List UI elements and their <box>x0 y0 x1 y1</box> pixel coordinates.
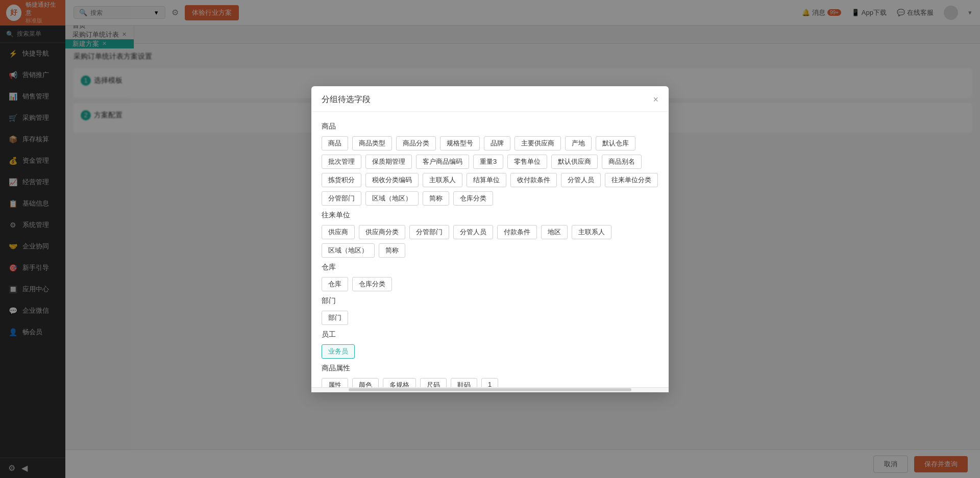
tag-product_attr-1[interactable]: 颜色 <box>352 378 379 387</box>
modal-body: 商品商品商品类型商品分类规格型号品牌主要供应商产地默认仓库批次管理保质期管理客户… <box>311 112 669 387</box>
tag-warehouse-0[interactable]: 仓库 <box>322 277 348 291</box>
tags-row-employee: 业务员 <box>322 344 658 359</box>
tag-product-21[interactable]: 往来单位分类 <box>605 173 658 187</box>
tag-product-22[interactable]: 分管部门 <box>322 191 361 206</box>
tag-product_attr-2[interactable]: 多规格 <box>383 378 416 387</box>
tag-department-0[interactable]: 部门 <box>322 311 348 325</box>
tag-partner-3[interactable]: 分管人员 <box>453 225 493 239</box>
tag-employee-0[interactable]: 业务员 <box>322 344 355 359</box>
tag-product-20[interactable]: 分管人员 <box>561 173 601 187</box>
tag-product-10[interactable]: 客户商品编码 <box>416 155 469 169</box>
tag-partner-1[interactable]: 供应商分类 <box>359 225 405 239</box>
tag-partner-0[interactable]: 供应商 <box>322 225 355 239</box>
section-label-department: 部门 <box>322 296 658 306</box>
tag-warehouse-1[interactable]: 仓库分类 <box>352 277 392 291</box>
section-product: 商品商品商品类型商品分类规格型号品牌主要供应商产地默认仓库批次管理保质期管理客户… <box>322 122 658 206</box>
tag-product-2[interactable]: 商品分类 <box>396 136 436 150</box>
modal-header: 分组待选字段 × <box>311 86 669 112</box>
section-label-partner: 往来单位 <box>322 211 658 220</box>
tag-product-4[interactable]: 品牌 <box>484 136 510 150</box>
section-product_attr: 商品属性属性颜色多规格尺码鞋码1 <box>322 364 658 387</box>
section-label-employee: 员工 <box>322 330 658 339</box>
section-label-product_attr: 商品属性 <box>322 364 658 373</box>
tag-product-1[interactable]: 商品类型 <box>352 136 392 150</box>
tags-row-product_attr: 属性颜色多规格尺码鞋码1 <box>322 378 658 387</box>
tag-partner-2[interactable]: 分管部门 <box>409 225 449 239</box>
tag-product-9[interactable]: 保质期管理 <box>365 155 412 169</box>
tag-product-3[interactable]: 规格型号 <box>440 136 480 150</box>
tags-row-partner: 供应商供应商分类分管部门分管人员付款条件地区主联系人区域（地区）简称 <box>322 225 658 258</box>
tag-product-13[interactable]: 默认供应商 <box>551 155 598 169</box>
tag-product_attr-4[interactable]: 鞋码 <box>451 378 477 387</box>
tag-product_attr-0[interactable]: 属性 <box>322 378 348 387</box>
tag-partner-7[interactable]: 区域（地区） <box>322 243 375 258</box>
tags-row-warehouse: 仓库仓库分类 <box>322 277 658 291</box>
tag-product-24[interactable]: 简称 <box>423 191 449 206</box>
tag-product-15[interactable]: 拣货积分 <box>322 173 361 187</box>
tag-product-7[interactable]: 默认仓库 <box>596 136 635 150</box>
modal-dialog: 分组待选字段 × 商品商品商品类型商品分类规格型号品牌主要供应商产地默认仓库批次… <box>311 86 669 392</box>
tag-product-5[interactable]: 主要供应商 <box>514 136 561 150</box>
tag-product_attr-3[interactable]: 尺码 <box>420 378 447 387</box>
tag-product-6[interactable]: 产地 <box>565 136 592 150</box>
modal-title: 分组待选字段 <box>322 94 371 105</box>
tag-product-0[interactable]: 商品 <box>322 136 348 150</box>
section-label-warehouse: 仓库 <box>322 263 658 272</box>
tag-product_attr-5[interactable]: 1 <box>481 378 498 387</box>
modal-horizontal-scrollbar[interactable] <box>311 387 669 392</box>
tag-product-17[interactable]: 主联系人 <box>423 173 462 187</box>
tag-product-18[interactable]: 结算单位 <box>467 173 506 187</box>
tag-product-12[interactable]: 零售单位 <box>507 155 547 169</box>
modal-hscroll-bar <box>349 388 631 391</box>
tag-product-8[interactable]: 批次管理 <box>322 155 361 169</box>
tags-row-product: 商品商品类型商品分类规格型号品牌主要供应商产地默认仓库批次管理保质期管理客户商品… <box>322 136 658 206</box>
section-employee: 员工业务员 <box>322 330 658 359</box>
tag-product-25[interactable]: 仓库分类 <box>453 191 493 206</box>
section-warehouse: 仓库仓库仓库分类 <box>322 263 658 291</box>
tag-product-14[interactable]: 商品别名 <box>602 155 642 169</box>
tag-partner-4[interactable]: 付款条件 <box>497 225 537 239</box>
section-department: 部门部门 <box>322 296 658 325</box>
tag-product-11[interactable]: 重量3 <box>473 155 503 169</box>
tag-partner-6[interactable]: 主联系人 <box>572 225 611 239</box>
modal-close-button[interactable]: × <box>653 95 658 104</box>
tag-product-23[interactable]: 区域（地区） <box>365 191 419 206</box>
section-partner: 往来单位供应商供应商分类分管部门分管人员付款条件地区主联系人区域（地区）简称 <box>322 211 658 258</box>
tag-partner-8[interactable]: 简称 <box>379 243 405 258</box>
section-label-product: 商品 <box>322 122 658 131</box>
tag-partner-5[interactable]: 地区 <box>541 225 568 239</box>
tag-product-16[interactable]: 税收分类编码 <box>365 173 419 187</box>
tags-row-department: 部门 <box>322 311 658 325</box>
tag-product-19[interactable]: 收付款条件 <box>510 173 557 187</box>
